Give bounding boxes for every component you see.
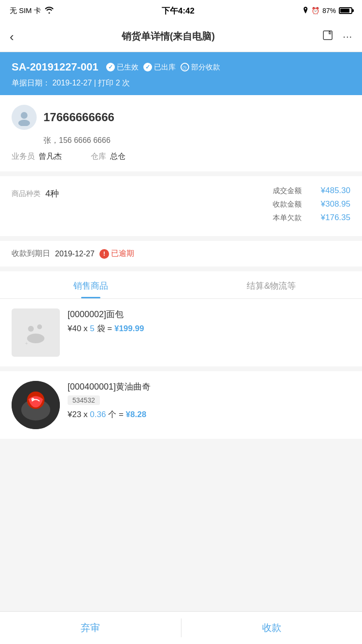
product-price-1: ¥40 x 5 袋 = ¥199.99 (68, 323, 350, 334)
summary-left: 商品种类 4种 (12, 186, 59, 199)
product-image-2 (12, 381, 60, 429)
product-sku-2: 534532 (68, 395, 100, 405)
page-title: 销货单详情(来自电脑) (14, 30, 323, 43)
svg-point-3 (28, 326, 34, 332)
product-unit-2: 个 (108, 410, 116, 419)
svg-point-4 (37, 324, 42, 329)
product-price-2: ¥23 x 0.36 个 = ¥8.28 (68, 409, 350, 420)
tab-settlement-label: 结算&物流等 (247, 281, 296, 291)
order-header: SA-20191227-001 ✓ 已生效 ✓ 已出库 ◷ 部分收款 单据日期：… (0, 52, 362, 95)
deal-amount-label: 成交金额 (273, 186, 302, 196)
status-bar: 无 SIM 卡 下午4:42 ⏰ 87% (0, 0, 362, 21)
check-icon-shipped: ✓ (143, 63, 152, 71)
product-name-1: [0000002]面包 (68, 308, 350, 320)
back-button[interactable]: ‹ (10, 30, 14, 43)
customer-meta: 业务员 曾凡杰 仓库 总仓 (12, 152, 350, 162)
product-qty-2: 0.36 (90, 410, 106, 419)
product-x-2: x (84, 410, 90, 419)
status-time: 下午4:42 (162, 5, 195, 16)
product-total-2: ¥8.28 (126, 410, 147, 419)
status-badge-active: ✓ 已生效 (106, 63, 139, 72)
order-date-label: 单据日期： (12, 79, 50, 87)
status-shipped-label: 已出库 (154, 63, 176, 72)
svg-point-10 (31, 398, 34, 401)
product-eq-1: = (107, 324, 114, 333)
status-badges: ✓ 已生效 ✓ 已出库 ◷ 部分收款 (106, 63, 220, 72)
salesperson-label: 业务员 (12, 152, 35, 162)
product-name-2: [000400001]黄油曲奇 (68, 381, 350, 392)
status-left: 无 SIM 卡 (10, 6, 54, 15)
battery-icon (339, 7, 352, 14)
amount-row-owed: 本单欠款 ¥176.35 (273, 213, 350, 223)
product-total-1: ¥199.99 (114, 324, 144, 333)
products-section: + [0000002]面包 ¥40 x 5 袋 = ¥199.99 (0, 299, 362, 439)
summary-right: 成交金额 ¥485.30 收款金额 ¥308.95 本单欠款 ¥176.35 (273, 186, 350, 226)
svg-point-5 (27, 334, 44, 343)
tab-sales-products[interactable]: 销售商品 (0, 271, 181, 298)
product-price-text-2: ¥23 (68, 410, 81, 419)
order-print-text: | 打印 2 次 (94, 79, 130, 87)
svg-point-1 (21, 112, 28, 119)
product-item-2: [000400001]黄油曲奇 534532 ¥23 x 0.36 个 = ¥8… (0, 371, 362, 439)
share-button[interactable] (322, 30, 333, 43)
tabs-bar: 销售商品 结算&物流等 (0, 271, 362, 299)
status-right: ⏰ 87% (303, 7, 352, 15)
customer-name: 张，156 6666 6666 (12, 136, 350, 146)
product-item-1: + [0000002]面包 ¥40 x 5 袋 = ¥199.99 (0, 299, 362, 366)
location-icon (303, 7, 308, 15)
avatar (12, 105, 37, 130)
status-active-label: 已生效 (117, 63, 139, 72)
owed-amount-label: 本单欠款 (273, 213, 302, 223)
clock-icon-partial: ◷ (181, 63, 189, 71)
wifi-icon (45, 7, 54, 15)
salesperson-meta: 业务员 曾凡杰 (12, 152, 62, 162)
cancel-review-button[interactable]: 弃审 (0, 612, 181, 644)
bottom-bar: 弃审 收款 (0, 611, 362, 644)
order-id: SA-20191227-001 (12, 61, 98, 73)
nav-bar: ‹ 销货单详情(来自电脑) ··· (0, 21, 362, 52)
tab-settlement[interactable]: 结算&物流等 (181, 271, 362, 298)
due-date-label: 收款到期日 (12, 249, 50, 259)
amount-row-deal: 成交金额 ¥485.30 (273, 186, 350, 196)
category-value: 4种 (45, 188, 59, 199)
order-date-value: 2019-12-27 (52, 79, 92, 87)
category-label: 商品种类 (12, 189, 41, 198)
customer-section: 17666666666 张，156 6666 6666 业务员 曾凡杰 仓库 总… (0, 95, 362, 171)
order-date-row: 单据日期： 2019-12-27 | 打印 2 次 (12, 78, 350, 88)
overdue-icon: ! (99, 249, 109, 259)
collect-payment-button[interactable]: 收款 (181, 612, 362, 644)
tab-sales-label: 销售商品 (73, 281, 108, 291)
product-info-2: [000400001]黄油曲奇 534532 ¥23 x 0.36 个 = ¥8… (68, 381, 350, 420)
product-unit-1: 袋 (97, 324, 105, 333)
status-badge-shipped: ✓ 已出库 (143, 63, 176, 72)
svg-point-2 (18, 120, 30, 126)
product-x-1: x (84, 324, 90, 333)
battery-text: 87% (322, 7, 336, 14)
warehouse-label: 仓库 (91, 152, 106, 162)
customer-phone: 17666666666 (43, 111, 114, 124)
nav-actions: ··· (322, 30, 352, 43)
warehouse-value: 总仓 (110, 152, 125, 162)
salesperson-value: 曾凡杰 (39, 152, 62, 162)
warehouse-meta: 仓库 总仓 (91, 152, 125, 162)
received-amount-label: 收款金额 (273, 200, 302, 209)
status-partial-label: 部分收款 (191, 63, 220, 72)
carrier-text: 无 SIM 卡 (10, 6, 41, 15)
due-date-value: 2019-12-27 (55, 250, 95, 258)
product-info-1: [0000002]面包 ¥40 x 5 袋 = ¥199.99 (68, 308, 350, 334)
overdue-badge: ! 已逾期 (99, 249, 134, 259)
more-button[interactable]: ··· (343, 31, 352, 42)
owed-amount-value: ¥176.35 (321, 213, 350, 223)
product-qty-1: 5 (90, 324, 94, 333)
check-icon-active: ✓ (106, 63, 115, 71)
customer-row: 17666666666 (12, 105, 350, 130)
svg-text:+: + (25, 341, 28, 346)
overdue-text: 已逾期 (111, 249, 134, 259)
product-image-1: + (12, 308, 60, 357)
status-badge-partial: ◷ 部分收款 (181, 63, 220, 72)
product-category: 商品种类 4种 (12, 188, 59, 199)
amount-row-received: 收款金额 ¥308.95 (273, 199, 350, 209)
product-price-text-1: ¥40 (68, 324, 81, 333)
alarm-icon: ⏰ (311, 7, 320, 14)
received-amount-value: ¥308.95 (321, 199, 350, 209)
